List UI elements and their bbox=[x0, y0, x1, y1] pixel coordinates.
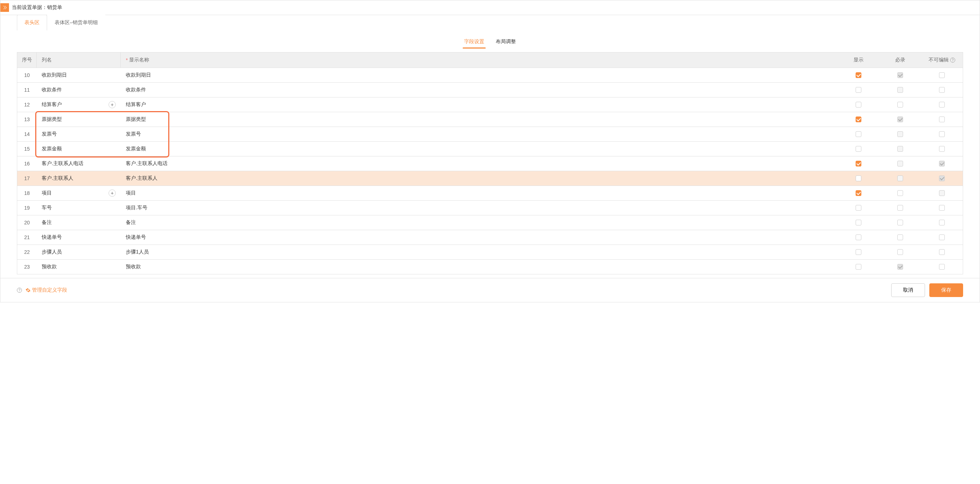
required-checkbox[interactable] bbox=[897, 249, 903, 255]
row-show-cell bbox=[838, 112, 879, 127]
row-show-cell bbox=[838, 83, 879, 97]
lock-checkbox[interactable] bbox=[939, 220, 945, 226]
show-checkbox[interactable] bbox=[856, 175, 861, 181]
row-display-name[interactable]: 发票号 bbox=[121, 127, 838, 141]
row-display-name[interactable]: 收款到期日 bbox=[121, 68, 838, 82]
row-show-cell bbox=[838, 156, 879, 171]
page-title: 当前设置单据：销货单 bbox=[12, 4, 62, 11]
sub-tab-1[interactable]: 布局调整 bbox=[490, 36, 522, 48]
table-header: 序号 列名 * 显示名称 显示 必录 不可编辑 ? bbox=[17, 52, 963, 68]
sub-tabs: 字段设置布局调整 bbox=[0, 30, 980, 48]
required-checkbox bbox=[897, 87, 903, 93]
row-required-cell bbox=[879, 171, 921, 186]
lock-checkbox[interactable] bbox=[939, 205, 945, 211]
lock-checkbox[interactable] bbox=[939, 102, 945, 108]
row-display-name[interactable]: 收款条件 bbox=[121, 83, 838, 97]
lock-checkbox[interactable] bbox=[939, 249, 945, 255]
table-row[interactable]: 11收款条件收款条件 bbox=[17, 83, 963, 97]
show-checkbox[interactable] bbox=[856, 102, 861, 108]
table-row[interactable]: 22步骤人员步骤1人员 bbox=[17, 245, 963, 260]
lock-checkbox[interactable] bbox=[939, 146, 945, 152]
row-display-name[interactable]: 发票金额 bbox=[121, 142, 838, 156]
lock-checkbox[interactable] bbox=[939, 131, 945, 137]
table-row[interactable]: 20备注备注 bbox=[17, 215, 963, 230]
row-name: 收款条件 bbox=[37, 83, 121, 97]
row-name: 票据类型 bbox=[37, 112, 121, 127]
table-row[interactable]: 10收款到期日收款到期日 bbox=[17, 68, 963, 83]
help-icon[interactable]: ? bbox=[950, 57, 955, 62]
table-row[interactable]: 16客户.主联系人电话客户.主联系人电话 bbox=[17, 156, 963, 171]
show-checkbox[interactable] bbox=[856, 131, 861, 137]
manage-custom-fields-link[interactable]: 管理自定义字段 bbox=[25, 287, 67, 293]
row-show-cell bbox=[838, 68, 879, 82]
row-display-name[interactable]: 备注 bbox=[121, 215, 838, 230]
required-checkbox bbox=[897, 72, 903, 78]
row-display-name[interactable]: 快递单号 bbox=[121, 230, 838, 245]
show-checkbox[interactable] bbox=[856, 220, 861, 226]
lock-checkbox[interactable] bbox=[939, 72, 945, 78]
row-show-cell bbox=[838, 127, 879, 141]
row-display-name[interactable]: 客户.主联系人 bbox=[121, 171, 838, 186]
row-display-name[interactable]: 步骤1人员 bbox=[121, 245, 838, 259]
required-checkbox[interactable] bbox=[897, 220, 903, 226]
row-display-name[interactable]: 项目 bbox=[121, 186, 838, 200]
row-name-label: 收款到期日 bbox=[42, 72, 67, 78]
table-row[interactable]: 15发票金额发票金额 bbox=[17, 142, 963, 156]
required-checkbox[interactable] bbox=[897, 205, 903, 211]
required-checkbox[interactable] bbox=[897, 234, 903, 240]
row-name: 客户.主联系人 bbox=[37, 171, 121, 186]
table-row[interactable]: 13票据类型票据类型 bbox=[17, 112, 963, 127]
table-row[interactable]: 21快递单号快递单号 bbox=[17, 230, 963, 245]
row-name: 结算客户+ bbox=[37, 97, 121, 112]
lock-checkbox[interactable] bbox=[939, 264, 945, 270]
table-row[interactable]: 18项目+项目 bbox=[17, 186, 963, 201]
show-checkbox[interactable] bbox=[856, 87, 861, 93]
row-seq: 22 bbox=[17, 245, 37, 259]
table-row[interactable]: 17客户.主联系人客户.主联系人 bbox=[17, 171, 963, 186]
show-checkbox[interactable] bbox=[856, 72, 861, 78]
row-display-name[interactable]: 项目.车号 bbox=[121, 201, 838, 215]
help-icon[interactable]: ? bbox=[17, 288, 22, 293]
show-checkbox[interactable] bbox=[856, 234, 861, 240]
sub-tab-0[interactable]: 字段设置 bbox=[458, 36, 490, 48]
lock-checkbox[interactable] bbox=[939, 116, 945, 122]
row-lock-cell bbox=[921, 83, 963, 97]
row-seq: 11 bbox=[17, 83, 37, 97]
row-name-label: 车号 bbox=[42, 205, 52, 211]
table-row[interactable]: 19车号项目.车号 bbox=[17, 201, 963, 215]
row-display-name[interactable]: 结算客户 bbox=[121, 97, 838, 112]
row-display-name[interactable]: 预收款 bbox=[121, 260, 838, 274]
required-checkbox[interactable] bbox=[897, 102, 903, 108]
row-show-cell bbox=[838, 171, 879, 186]
show-checkbox[interactable] bbox=[856, 249, 861, 255]
top-tab-1[interactable]: 表体区–销货单明细 bbox=[47, 15, 105, 30]
row-seq: 12 bbox=[17, 97, 37, 112]
col-header-display: * 显示名称 bbox=[121, 53, 838, 68]
top-tab-0[interactable]: 表头区 bbox=[17, 15, 47, 30]
expand-sidebar-button[interactable] bbox=[0, 3, 9, 12]
show-checkbox[interactable] bbox=[856, 190, 861, 196]
show-checkbox[interactable] bbox=[856, 264, 861, 270]
required-checkbox[interactable] bbox=[897, 190, 903, 196]
show-checkbox[interactable] bbox=[856, 161, 861, 167]
lock-checkbox[interactable] bbox=[939, 87, 945, 93]
row-lock-cell bbox=[921, 245, 963, 259]
row-name-label: 票据类型 bbox=[42, 116, 62, 123]
table-row[interactable]: 12结算客户+结算客户 bbox=[17, 97, 963, 112]
save-button[interactable]: 保存 bbox=[929, 283, 963, 297]
show-checkbox[interactable] bbox=[856, 146, 861, 152]
row-display-name[interactable]: 票据类型 bbox=[121, 112, 838, 127]
row-display-name[interactable]: 客户.主联系人电话 bbox=[121, 156, 838, 171]
show-checkbox[interactable] bbox=[856, 205, 861, 211]
show-checkbox[interactable] bbox=[856, 116, 861, 122]
expand-button[interactable]: + bbox=[108, 101, 116, 108]
table-row[interactable]: 14发票号发票号 bbox=[17, 127, 963, 142]
lock-checkbox[interactable] bbox=[939, 234, 945, 240]
table-row[interactable]: 23预收款预收款 bbox=[17, 260, 963, 274]
row-lock-cell bbox=[921, 171, 963, 186]
col-header-show: 显示 bbox=[838, 53, 879, 68]
expand-button[interactable]: + bbox=[108, 189, 116, 197]
row-lock-cell bbox=[921, 215, 963, 230]
row-required-cell bbox=[879, 97, 921, 112]
cancel-button[interactable]: 取消 bbox=[891, 283, 925, 297]
